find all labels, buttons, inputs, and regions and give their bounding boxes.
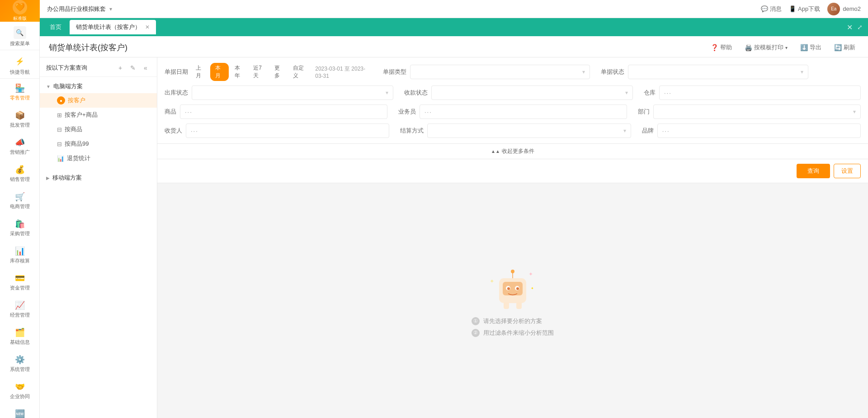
tab-close-window-icon[interactable]: ✕ xyxy=(847,23,853,32)
last-month-btn[interactable]: 上月 xyxy=(192,63,208,81)
doc-type-select[interactable]: ▾ xyxy=(410,65,590,79)
empty-robot-svg: ✦ ✧ ✦ xyxy=(486,265,540,310)
date-label: 单据日期 xyxy=(165,68,188,76)
tab-home-label: 首页 xyxy=(50,23,61,31)
main-area: 办公用品行业模拟账套 ▾ 💬 消息 📱 App下载 Ea demo2 首页 xyxy=(40,0,868,418)
tip-num-2: ② xyxy=(472,329,480,337)
add-scheme-button[interactable]: + xyxy=(115,63,125,73)
logo-subtitle: 标准版 xyxy=(13,15,27,22)
settlement-arrow: ▾ xyxy=(623,128,626,134)
collapse-panel-button[interactable]: « xyxy=(141,63,151,73)
tab-bar: 首页 销货单统计表（按客户） ✕ ✕ ⤢ xyxy=(40,18,868,36)
last-7-btn[interactable]: 近7天 xyxy=(249,63,268,81)
dept-label: 部门 xyxy=(638,108,650,116)
operations-icon: 📈 xyxy=(15,300,25,310)
out-status-select[interactable]: ▾ xyxy=(192,86,393,100)
ecommerce-icon: 🛒 xyxy=(15,192,25,202)
svg-text:✦: ✦ xyxy=(528,271,533,277)
this-month-btn[interactable]: 本月 xyxy=(210,63,229,81)
collapse-bar[interactable]: ▲▲ 收起更多条件 xyxy=(157,144,868,159)
avatar-initials: Ea xyxy=(831,6,836,11)
settlement-select[interactable]: ▾ xyxy=(427,124,631,138)
by-goods-label: 按商品 xyxy=(65,125,82,133)
operations-label: 经营管理 xyxy=(10,312,30,318)
query-button[interactable]: 查询 xyxy=(797,164,830,178)
sidebar-item-basic[interactable]: 🗂️ 基础信息 xyxy=(0,323,39,350)
tree-item-by-customer[interactable]: ● 按客户 xyxy=(40,93,157,108)
sidebar-item-system[interactable]: ⚙️ 系统管理 xyxy=(0,350,39,377)
filter-area: 单据日期 上月 本月 本年 近7天 更多 自定义 2023-03-01 至 20… xyxy=(157,57,868,144)
tab-sales-stat[interactable]: 销货单统计表（按客户） ✕ xyxy=(70,20,156,34)
message-label: 消息 xyxy=(770,5,782,13)
custom-btn[interactable]: 自定义 xyxy=(289,63,310,81)
wholesale-label: 批发管理 xyxy=(10,122,30,128)
doc-type-arrow: ▾ xyxy=(582,69,585,75)
left-panel-actions: + ✎ « xyxy=(115,63,151,73)
settlement-label: 结算方式 xyxy=(400,127,424,135)
brand-select[interactable]: ··· xyxy=(657,124,861,138)
help-icon: ❓ xyxy=(711,44,718,51)
tree-item-return-stats[interactable]: 📊 退货统计 xyxy=(40,151,157,166)
sidebar-item-finance[interactable]: 💳 资金管理 xyxy=(0,269,39,296)
sidebar-item-marketing[interactable]: 📣 营销推广 xyxy=(0,133,39,160)
more-btn[interactable]: 更多 xyxy=(270,63,287,81)
empty-tips: ① 请先选择要分析的方案 ② 用过滤条件来缩小分析范围 xyxy=(472,317,554,337)
search-label: 搜索菜单 xyxy=(10,40,30,47)
warehouse-select[interactable]: ··· xyxy=(659,86,861,100)
tip-text-1: 请先选择要分析的方案 xyxy=(483,317,542,325)
tree-item-by-goods[interactable]: ⊟ 按商品 xyxy=(40,122,157,137)
quick-nav-icon: ⚡ xyxy=(14,55,26,67)
app-download-button[interactable]: 📱 App下载 xyxy=(789,5,820,13)
print-dropdown-icon[interactable]: ▾ xyxy=(785,45,788,50)
tree-group-mobile-header[interactable]: ▶ 移动端方案 xyxy=(40,171,157,185)
basic-icon: 🗂️ xyxy=(15,328,25,337)
left-panel-title: 按以下方案查询 xyxy=(46,64,87,72)
tree-group-mobile: ▶ 移动端方案 xyxy=(40,168,157,187)
svg-text:✦: ✦ xyxy=(531,286,534,290)
tab-home[interactable]: 首页 xyxy=(43,20,68,34)
svg-rect-1 xyxy=(503,282,523,295)
sidebar-item-operations[interactable]: 📈 经营管理 xyxy=(0,296,39,323)
quick-nav-section[interactable]: ⚡ 快捷导航 xyxy=(0,50,39,79)
sidebar-item-ecommerce[interactable]: 🛒 电商管理 xyxy=(0,187,39,214)
sidebar-item-sales[interactable]: 💰 销售管理 xyxy=(0,160,39,187)
sidebar-search-section[interactable]: 🔍 搜索菜单 xyxy=(0,22,39,50)
inventory-label: 库存核算 xyxy=(10,257,30,264)
this-year-btn[interactable]: 本年 xyxy=(231,63,247,81)
export-button[interactable]: ⬇️ 导出 xyxy=(797,42,825,53)
receipt-status-select[interactable]: ▾ xyxy=(431,86,633,100)
salesperson-select[interactable]: ··· xyxy=(420,104,627,119)
help-button[interactable]: ❓ 帮助 xyxy=(707,42,736,53)
tip-text-2: 用过滤条件来缩小分析范围 xyxy=(483,329,554,337)
finance-icon: 💳 xyxy=(15,273,25,283)
user-menu[interactable]: Ea demo2 xyxy=(827,3,861,15)
sidebar-item-retail[interactable]: 🏪 零售管理 xyxy=(0,79,39,106)
page-title: 销货单统计表(按客户) xyxy=(49,42,127,53)
export-icon: ⬇️ xyxy=(800,44,808,51)
settings-button[interactable]: 设置 xyxy=(834,164,861,178)
sidebar-item-enterprise[interactable]: 🤝 企业协同 xyxy=(0,377,39,404)
doc-status-select[interactable]: ▾ xyxy=(628,65,808,79)
edit-scheme-button[interactable]: ✎ xyxy=(128,63,138,73)
sidebar-item-wholesale[interactable]: 📦 批发管理 xyxy=(0,106,39,133)
refresh-button[interactable]: 🔄 刷新 xyxy=(830,42,859,53)
svg-point-9 xyxy=(511,270,514,273)
tab-maximize-icon[interactable]: ⤢ xyxy=(857,24,863,31)
tree-item-by-customer-goods[interactable]: ⊞ 按客户+商品 xyxy=(40,108,157,122)
message-button[interactable]: 💬 消息 xyxy=(761,5,782,13)
download-icon: 📱 xyxy=(789,5,796,12)
action-bar: 查询 设置 xyxy=(157,159,868,183)
recipient-select[interactable]: ··· xyxy=(186,124,389,138)
sidebar-item-purchase[interactable]: 🛍️ 采购管理 xyxy=(0,214,39,242)
message-icon: 💬 xyxy=(761,5,768,12)
sidebar-item-inventory[interactable]: 📊 库存核算 xyxy=(0,242,39,269)
tree-group-desktop-header[interactable]: ▼ 电脑端方案 xyxy=(40,80,157,93)
tree-item-by-goods-99[interactable]: ⊟ 按商品99 xyxy=(40,137,157,151)
goods-select[interactable]: ··· xyxy=(180,104,387,119)
sidebar-item-guide[interactable]: 🆕 新手引导 xyxy=(0,404,39,418)
header-dropdown-icon[interactable]: ▾ xyxy=(109,6,112,12)
tab-close-icon[interactable]: ✕ xyxy=(145,24,150,30)
dept-select[interactable]: ▾ xyxy=(653,104,861,119)
print-button[interactable]: 🖨️ 按模板打印 ▾ xyxy=(741,42,791,53)
goods-dots: ··· xyxy=(185,109,193,115)
